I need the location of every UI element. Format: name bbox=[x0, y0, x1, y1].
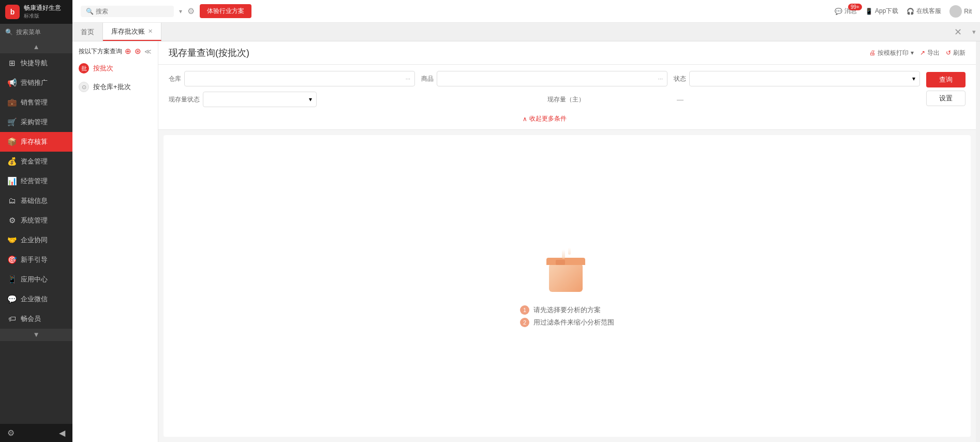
tab-home[interactable]: 首页 bbox=[72, 23, 103, 41]
warehouse-more-icon[interactable]: ··· bbox=[406, 76, 410, 82]
sidebar-item-marketing[interactable]: 📢营销推广 bbox=[0, 73, 72, 93]
inventory-status-dropdown-icon[interactable]: ▾ bbox=[309, 96, 312, 103]
warehouse-input[interactable]: ··· bbox=[184, 71, 415, 86]
tabs-list: 首页库存批次账✕ bbox=[72, 23, 948, 41]
nav-label-sales: 销售管理 bbox=[21, 98, 48, 107]
scroll-down-button[interactable]: ▼ bbox=[0, 329, 72, 341]
nav-label-system: 系统管理 bbox=[21, 216, 48, 225]
panel-title: 按以下方案查询 bbox=[79, 47, 122, 56]
app-download-label: App下载 bbox=[875, 7, 898, 16]
collapse-filter-btn[interactable]: ∧ 收起更多条件 bbox=[169, 112, 920, 123]
sidebar-item-system[interactable]: ⚙系统管理 bbox=[0, 211, 72, 230]
app-logo: b bbox=[5, 5, 20, 19]
export-icon: ↗ bbox=[920, 49, 925, 56]
app-download-btn[interactable]: 📱 App下载 bbox=[865, 7, 898, 16]
nav-icon-apps: 📱 bbox=[7, 275, 17, 284]
scheme-item-batch[interactable]: 批按批次 bbox=[72, 59, 158, 78]
nav-icon-base: 🗂 bbox=[7, 196, 17, 205]
qty-max-input[interactable] bbox=[687, 92, 773, 107]
sidebar-item-member[interactable]: 🏷畅会员 bbox=[0, 309, 72, 329]
tab-close-batch[interactable]: ✕ bbox=[148, 28, 153, 35]
empty-hint-2: 2 用过滤条件来缩小分析范围 bbox=[520, 318, 614, 327]
scheme-icon-warehouse_batch: ⊙ bbox=[79, 82, 89, 92]
nav-label-inventory: 库存核算 bbox=[21, 137, 48, 146]
close-tab-button[interactable]: ✕ bbox=[948, 23, 968, 41]
phone-icon: 📱 bbox=[865, 8, 873, 15]
scheme-item-warehouse_batch[interactable]: ⊙按仓库+批次 bbox=[72, 78, 158, 96]
app-info: 畅康通好生意 标准版 bbox=[24, 4, 61, 20]
export-btn[interactable]: ↗ 导出 bbox=[920, 49, 940, 57]
sidebar-item-purchase[interactable]: 🛒采购管理 bbox=[0, 112, 72, 132]
sidebar-item-wechat[interactable]: 💬企业微信 bbox=[0, 289, 72, 309]
filter-row-2: 现存量状态 ▾ 现存量（主） — bbox=[169, 92, 920, 107]
status-dropdown-icon[interactable]: ▾ bbox=[912, 75, 915, 82]
sidebar-item-collab[interactable]: 🤝企业协同 bbox=[0, 230, 72, 250]
settings-scheme-icon[interactable]: ⊛ bbox=[135, 47, 141, 56]
nav-icon-operation: 📊 bbox=[7, 176, 17, 186]
refresh-label: 刷新 bbox=[953, 49, 966, 57]
product-text-input[interactable] bbox=[441, 75, 658, 82]
scheme-label-batch: 按批次 bbox=[93, 64, 113, 73]
settings-icon[interactable]: ⚙ bbox=[7, 428, 14, 438]
print-btn[interactable]: 🖨 按模板打印 ▾ bbox=[869, 49, 914, 57]
topbar-gear-icon[interactable]: ⚙ bbox=[187, 6, 195, 16]
nav-label-marketing: 营销推广 bbox=[21, 78, 48, 87]
filter-area: 仓库 ··· 商品 ··· bbox=[158, 65, 976, 130]
product-more-icon[interactable]: ··· bbox=[658, 76, 663, 82]
collapse-sidebar-icon[interactable]: ◀ bbox=[59, 428, 65, 438]
user-menu[interactable]: Rit bbox=[949, 5, 972, 18]
right-scrollbar[interactable] bbox=[976, 41, 980, 442]
nav-label-purchase: 采购管理 bbox=[21, 117, 48, 127]
inventory-status-filter: 现存量状态 ▾ bbox=[169, 92, 541, 107]
topbar-search-input[interactable] bbox=[96, 8, 158, 15]
sidebar-search[interactable]: 🔍 搜索菜单 bbox=[0, 24, 72, 41]
sidebar-item-apps[interactable]: 📱应用中心 bbox=[0, 270, 72, 289]
search-icon: 🔍 bbox=[5, 28, 13, 36]
schemes-list: 批按批次⊙按仓库+批次 bbox=[72, 59, 158, 96]
left-panel: 按以下方案查询 ⊕ ⊛ ≪ 批按批次⊙按仓库+批次 bbox=[72, 41, 158, 442]
product-input[interactable]: ··· bbox=[437, 71, 667, 86]
tab-batch[interactable]: 库存批次账✕ bbox=[103, 23, 161, 41]
sidebar-item-operation[interactable]: 📊经营管理 bbox=[0, 171, 72, 191]
qty-min-input[interactable] bbox=[588, 92, 674, 107]
print-dropdown-icon[interactable]: ▾ bbox=[911, 49, 914, 56]
page-header: 现存量查询(按批次) 🖨 按模板打印 ▾ ↗ 导出 ↺ 刷新 bbox=[158, 41, 976, 65]
add-scheme-icon[interactable]: ⊕ bbox=[125, 47, 131, 56]
tab-label-home: 首页 bbox=[81, 27, 94, 37]
topbar-dropdown-icon[interactable]: ▾ bbox=[179, 8, 182, 15]
query-button[interactable]: 查询 bbox=[926, 72, 966, 87]
warehouse-filter: 仓库 ··· bbox=[169, 71, 415, 86]
sidebar-item-base[interactable]: 🗂基础信息 bbox=[0, 191, 72, 211]
sidebar-item-inventory[interactable]: 📦库存核算 bbox=[0, 132, 72, 152]
inventory-status-select[interactable]: ▾ bbox=[203, 92, 317, 107]
range-separator: — bbox=[677, 96, 684, 104]
experience-btn[interactable]: 体验行业方案 bbox=[200, 4, 251, 18]
main-area: 🔍 ▾ ⚙ 体验行业方案 💬 消息 99+ 📱 App下载 🎧 在线客服 Rit bbox=[72, 0, 980, 442]
collapse-panel-icon[interactable]: ≪ bbox=[144, 48, 152, 55]
sidebar-item-finance[interactable]: 💰资金管理 bbox=[0, 152, 72, 171]
nav-icon-wechat: 💬 bbox=[7, 294, 17, 304]
status-select[interactable]: ▾ bbox=[689, 71, 920, 86]
chevron-down-icon[interactable]: ▾ bbox=[968, 23, 980, 41]
scheme-icon-batch: 批 bbox=[79, 63, 89, 73]
product-filter: 商品 ··· bbox=[421, 71, 667, 86]
online-service-btn[interactable]: 🎧 在线客服 bbox=[907, 7, 941, 16]
sidebar-item-sales[interactable]: 💼销售管理 bbox=[0, 93, 72, 112]
nav-items: ⊞快捷导航📢营销推广💼销售管理🛒采购管理📦库存核算💰资金管理📊经营管理🗂基础信息… bbox=[0, 53, 72, 329]
messages-btn[interactable]: 💬 消息 99+ bbox=[835, 7, 857, 16]
nav-icon-finance: 💰 bbox=[7, 157, 17, 166]
status-filter: 状态 ▾ bbox=[674, 71, 920, 86]
settings-button[interactable]: 设置 bbox=[926, 91, 966, 106]
nav-label-guide: 新手引导 bbox=[21, 255, 48, 264]
topbar-search-box[interactable]: 🔍 bbox=[81, 6, 174, 17]
nav-icon-inventory: 📦 bbox=[7, 137, 17, 146]
refresh-btn[interactable]: ↺ 刷新 bbox=[946, 49, 966, 57]
scroll-up-button[interactable]: ▲ bbox=[0, 41, 72, 53]
empty-illustration bbox=[541, 245, 593, 297]
nav-icon-sales: 💼 bbox=[7, 98, 17, 107]
warehouse-text-input[interactable] bbox=[189, 75, 406, 82]
sidebar-item-quick[interactable]: ⊞快捷导航 bbox=[0, 53, 72, 73]
sidebar-item-guide[interactable]: 🎯新手引导 bbox=[0, 250, 72, 270]
topbar-search-icon: 🔍 bbox=[86, 8, 94, 15]
hint-num-2: 2 bbox=[520, 318, 529, 327]
